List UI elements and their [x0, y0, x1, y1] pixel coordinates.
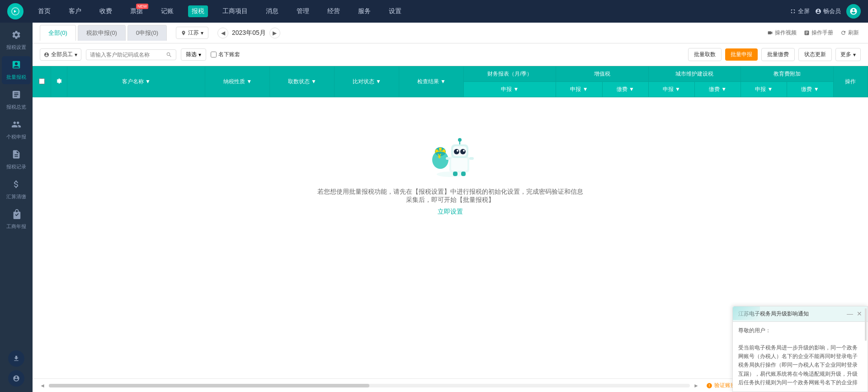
scroll-right-icon: ►: [693, 382, 699, 389]
more-button[interactable]: 更多 ▾: [835, 48, 861, 61]
sidebar: 报税设置 批量报税 报税总览 个税申报 报税记录: [0, 23, 33, 392]
svg-rect-17: [446, 157, 450, 160]
nav-message[interactable]: 消息: [262, 5, 282, 17]
nav-tax[interactable]: 报税: [188, 5, 208, 17]
operations-manual-link[interactable]: 操作手册: [804, 29, 833, 37]
header-customer-name[interactable]: 客户名称 ▼: [67, 67, 205, 97]
header-urban-declare[interactable]: 申报 ▼: [648, 82, 694, 97]
header-tax-type[interactable]: 纳税性质 ▼: [205, 67, 270, 97]
tab-zero-declare[interactable]: 0申报(0): [127, 25, 167, 41]
sidebar-item-tax-overview[interactable]: 报税总览: [2, 86, 31, 114]
refresh-button[interactable]: 刷新: [840, 29, 859, 37]
setup-link[interactable]: 立即设置: [438, 208, 463, 216]
svg-point-12: [460, 149, 466, 154]
sidebar-item-batch-tax[interactable]: 批量报税: [2, 56, 31, 84]
app-logo: [7, 3, 24, 19]
sidebar-item-tax-settings[interactable]: 报税设置: [2, 26, 31, 54]
header-edu-declare[interactable]: 申报 ▼: [741, 82, 787, 97]
notification-minimize-button[interactable]: —: [847, 310, 853, 317]
search-input[interactable]: [90, 52, 166, 58]
region-label: 江苏: [188, 29, 199, 37]
status-update-button[interactable]: 状态更新: [798, 48, 832, 61]
header-vat-declare[interactable]: 申报 ▼: [556, 82, 602, 97]
download-icon-btn[interactable]: [8, 350, 24, 367]
search-box[interactable]: [86, 49, 176, 60]
top-nav-right: 全屏 畅会员: [790, 4, 861, 19]
toolbar-actions: 批量取数 批量申报 批量缴费 状态更新 更多 ▾: [688, 48, 861, 61]
month-next-button[interactable]: ▶: [269, 28, 280, 38]
new-badge: NEW: [136, 4, 148, 9]
user-avatar[interactable]: [846, 4, 861, 19]
empty-state-message: 若您想使用批量报税功能，请先在【报税设置】中进行报税的初始化设置，完成密码验证和…: [315, 188, 586, 204]
month-display: 2023年05月: [232, 29, 266, 37]
svg-point-13: [457, 150, 458, 152]
horizontal-scrollbar[interactable]: [49, 384, 690, 387]
notification-close-button[interactable]: ✕: [857, 310, 862, 317]
select-all-checkbox[interactable]: [39, 78, 45, 84]
svg-point-4: [435, 149, 438, 152]
sidebar-item-settlement[interactable]: 汇算清缴: [2, 176, 31, 204]
sidebar-item-annual-report[interactable]: 工商年报: [2, 206, 31, 234]
customer-name-label: 客户名称 ▼: [122, 78, 151, 85]
batch-declare-button[interactable]: 批量申报: [725, 48, 758, 61]
svg-point-16: [458, 138, 462, 142]
account-checkbox[interactable]: [211, 52, 217, 57]
sidebar-item-tax-records[interactable]: 报税记录: [2, 146, 31, 174]
nav-fee[interactable]: 收费: [96, 5, 116, 17]
account-checkbox-text: 名下账套: [218, 51, 240, 58]
nav-home[interactable]: 首页: [34, 5, 54, 17]
nav-service[interactable]: 服务: [354, 5, 374, 17]
header-urban-pay[interactable]: 缴费 ▼: [694, 82, 741, 97]
svg-rect-20: [461, 172, 466, 176]
month-prev-button[interactable]: ◀: [217, 28, 228, 38]
nav-settings[interactable]: 设置: [385, 5, 405, 17]
header-financial-declare[interactable]: 申报 ▼: [464, 82, 556, 97]
tab-all[interactable]: 全部(0): [40, 25, 76, 41]
empty-robot-image: ¥: [423, 124, 477, 179]
region-selector[interactable]: 江苏 ▾: [176, 27, 208, 39]
empty-state: ¥: [33, 97, 868, 243]
header-financial-report: 财务报表（月/季）: [464, 67, 556, 82]
account-checkbox-label[interactable]: 名下账套: [211, 51, 240, 58]
batch-pay-button[interactable]: 批量缴费: [761, 48, 795, 61]
filter-label: 筛选: [186, 51, 197, 58]
batch-tax-icon: [11, 60, 21, 72]
nav-bill[interactable]: 票据 NEW: [127, 5, 146, 17]
header-settings[interactable]: [51, 67, 67, 97]
header-education-surcharge: 教育费附加: [741, 67, 833, 82]
svg-point-5: [439, 148, 442, 150]
nav-customer[interactable]: 客户: [65, 5, 85, 17]
nav-manage[interactable]: 管理: [293, 5, 313, 17]
region-chevron-icon: ▾: [201, 30, 203, 36]
fullscreen-button[interactable]: 全屏: [790, 7, 810, 15]
nav-accounting[interactable]: 记账: [157, 5, 177, 17]
sidebar-label-tax-records: 报税记录: [6, 163, 26, 170]
filter-chevron-icon: ▾: [198, 52, 201, 58]
header-fetch-status[interactable]: 取数状态 ▼: [270, 67, 335, 97]
svg-rect-18: [469, 157, 474, 160]
svg-rect-19: [453, 172, 458, 176]
nav-business[interactable]: 工商项目: [219, 5, 251, 17]
header-vat-pay[interactable]: 缴费 ▼: [602, 82, 648, 97]
refresh-label: 刷新: [848, 29, 859, 37]
operations-video-link[interactable]: 操作视频: [767, 29, 797, 37]
top-navigation: 首页 客户 收费 票据 NEW 记账 报税 工商项目 消息 管理 经营 服务 设…: [0, 0, 868, 23]
header-check-result[interactable]: 检查结果 ▼: [399, 67, 464, 97]
operations-video-label: 操作视频: [775, 29, 797, 37]
notification-body: 尊敬的用户： 受当前电子税务局进一步升级的影响，同一个政务网账号（办税人）名下的…: [733, 322, 868, 392]
more-chevron-icon: ▾: [853, 52, 856, 58]
nav-operation[interactable]: 经营: [324, 5, 344, 17]
tax-records-icon: [11, 149, 21, 162]
batch-fetch-button[interactable]: 批量取数: [688, 48, 722, 61]
header-checkbox[interactable]: [33, 67, 51, 97]
toolbar: 全部员工 ▾ 筛选 ▾ 名下账套 批量取数 批量申报 批量缴费 状态更新: [33, 43, 868, 66]
header-compare-status[interactable]: 比对状态 ▼: [335, 67, 399, 97]
member-button[interactable]: 畅会员: [815, 7, 841, 15]
sidebar-item-personal-tax[interactable]: 个税申报: [2, 116, 31, 144]
svg-point-14: [463, 150, 465, 152]
tab-tax-declare[interactable]: 税款申报(0): [78, 25, 126, 41]
employee-selector[interactable]: 全部员工 ▾: [40, 48, 81, 61]
user-icon-btn[interactable]: [8, 370, 24, 387]
header-edu-pay[interactable]: 缴费 ▼: [787, 82, 833, 97]
filter-button[interactable]: 筛选 ▾: [181, 48, 206, 61]
